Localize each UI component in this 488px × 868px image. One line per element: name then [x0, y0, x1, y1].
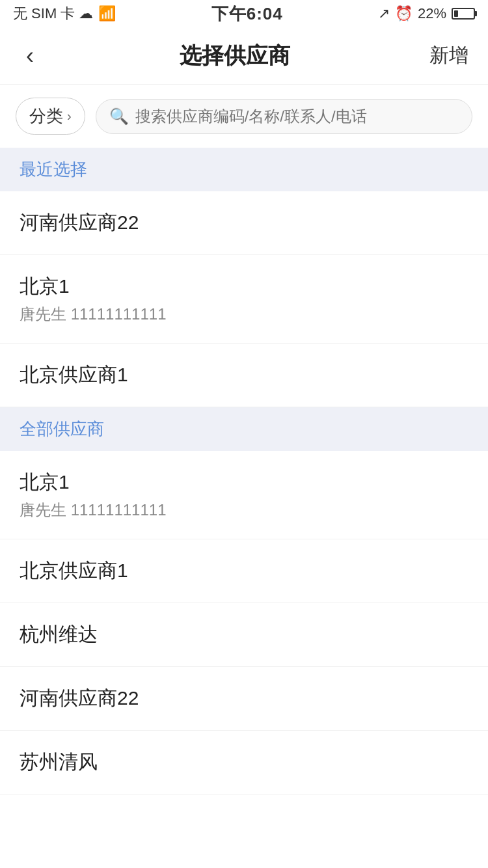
status-time: 下午6:04 [211, 3, 283, 25]
all-list-item[interactable]: 北京供应商1 [0, 539, 488, 603]
filter-bar: 分类 › 🔍 [0, 85, 488, 148]
all-list-item[interactable]: 河南供应商22 [0, 667, 488, 731]
no-sim-text: 无 SIM 卡 ☁ [13, 4, 93, 23]
chevron-right-icon: › [67, 109, 72, 124]
alarm-icon: ⏰ [395, 5, 413, 22]
all-list-item[interactable]: 杭州维达 [0, 603, 488, 667]
status-bar: 无 SIM 卡 ☁ 📶 下午6:04 ↗ ⏰ 22% [0, 0, 488, 27]
category-button[interactable]: 分类 › [16, 98, 85, 135]
all-list-item[interactable]: 北京1唐先生 11111111111 [0, 451, 488, 539]
item-sub: 唐先生 11111111111 [20, 304, 468, 325]
item-name: 北京供应商1 [20, 362, 468, 388]
recent-list-item[interactable]: 北京供应商1 [0, 344, 488, 407]
search-icon: 🔍 [109, 107, 129, 126]
location-icon: ↗ [378, 5, 390, 22]
recent-list-item[interactable]: 河南供应商22 [0, 191, 488, 255]
new-action-button[interactable]: 新增 [429, 42, 468, 69]
item-name: 河南供应商22 [20, 210, 468, 236]
item-name: 苏州清风 [20, 749, 468, 776]
all-list-item[interactable]: 苏州清风 [0, 731, 488, 794]
item-name: 河南供应商22 [20, 685, 468, 712]
all-section-header: 全部供应商 [0, 407, 488, 451]
status-left: 无 SIM 卡 ☁ 📶 [13, 4, 116, 23]
back-button[interactable]: ‹ [20, 36, 40, 76]
all-section-label: 全部供应商 [20, 419, 104, 439]
wifi-icon: 📶 [98, 5, 116, 22]
recent-section-header: 最近选择 [0, 148, 488, 191]
recent-items-list: 河南供应商22北京1唐先生 11111111111北京供应商1 [0, 191, 488, 407]
item-name: 北京1 [20, 273, 468, 300]
status-right: ↗ ⏰ 22% [378, 5, 475, 22]
item-name: 杭州维达 [20, 621, 468, 648]
recent-list-item[interactable]: 北京1唐先生 11111111111 [0, 255, 488, 344]
category-label: 分类 [29, 105, 63, 128]
item-name: 北京1 [20, 469, 468, 496]
search-box: 🔍 [96, 99, 472, 134]
item-sub: 唐先生 11111111111 [20, 500, 468, 521]
battery-text: 22% [418, 5, 446, 22]
recent-section-label: 最近选择 [20, 159, 87, 179]
item-name: 北京供应商1 [20, 558, 468, 584]
page-title: 选择供应商 [180, 41, 290, 71]
search-input[interactable] [135, 107, 459, 126]
battery-icon [452, 8, 475, 20]
nav-bar: ‹ 选择供应商 新增 [0, 27, 488, 85]
all-items-list: 北京1唐先生 11111111111北京供应商1杭州维达河南供应商22苏州清风 [0, 451, 488, 794]
